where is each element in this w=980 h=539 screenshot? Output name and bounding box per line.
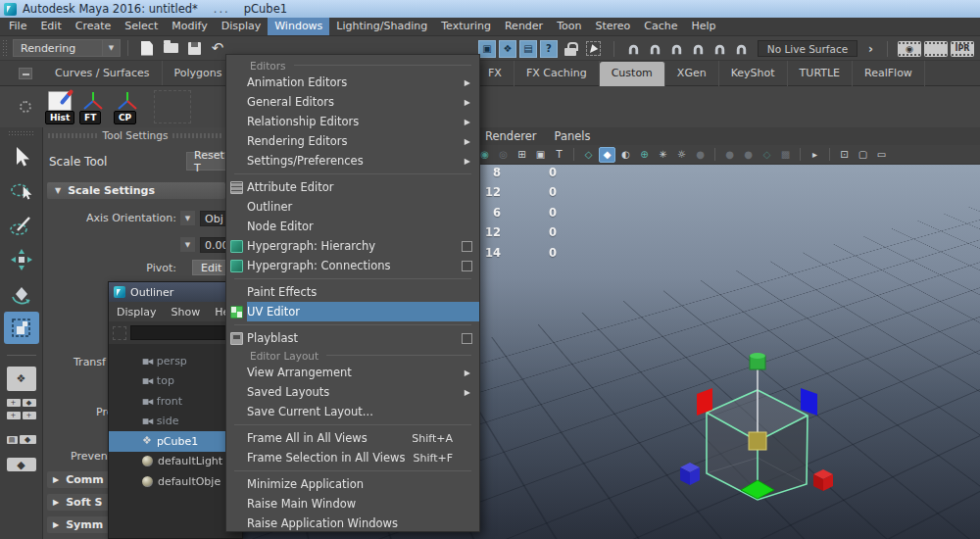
- shelf-tab-curves-surfaces[interactable]: Curves / Surfaces: [43, 61, 163, 85]
- ambient-occlusion-icon[interactable]: ●: [721, 147, 738, 163]
- menu-item-paint-effects[interactable]: Paint Effects: [226, 282, 479, 302]
- select-component-button[interactable]: ▤: [519, 40, 537, 58]
- layout-single-pane-button[interactable]: ❖: [7, 367, 36, 391]
- drag-handle-icon[interactable]: [8, 130, 35, 135]
- menu-select[interactable]: Select: [118, 18, 165, 35]
- menu-render[interactable]: Render: [498, 18, 550, 35]
- menu-item-settings-preferences[interactable]: Settings/Preferences▶: [226, 151, 479, 171]
- menu-item-outliner[interactable]: Outliner: [226, 197, 479, 217]
- select-hierarchy-button[interactable]: ▣: [478, 40, 496, 58]
- menu-item-view-arrangement[interactable]: View Arrangement▶: [226, 363, 479, 382]
- menu-item-hypergraph-connections[interactable]: Hypergraph: Connections: [226, 256, 479, 275]
- menu-help[interactable]: Help: [685, 18, 723, 35]
- snap-to-view-plane-icon[interactable]: [712, 41, 727, 56]
- snap-to-projected-center-icon[interactable]: [691, 41, 706, 56]
- shelf-button-cp[interactable]: CP: [114, 89, 145, 124]
- menu-item-node-editor[interactable]: Node Editor: [226, 217, 479, 236]
- shelf-tab-polygons[interactable]: Polygons: [163, 61, 235, 85]
- pane-layout-icon[interactable]: ⊞: [514, 147, 530, 163]
- use-default-material-icon[interactable]: ⊕: [636, 147, 653, 163]
- menu-set-arrow-icon[interactable]: ▼: [103, 39, 121, 57]
- layout-wide-button[interactable]: ◆: [7, 458, 36, 471]
- select-tool[interactable]: [4, 140, 39, 172]
- outliner-item-top[interactable]: ■◀top: [109, 371, 242, 392]
- hud-toggle-icon[interactable]: T: [551, 147, 567, 163]
- menu-item-frame-all-in-all-views[interactable]: Frame All in All ViewsShift+A: [226, 428, 479, 448]
- lasso-tool[interactable]: [4, 174, 39, 207]
- outliner-title-bar[interactable]: Outliner: [109, 282, 242, 302]
- panel-menu-panels[interactable]: Panels: [555, 129, 591, 143]
- option-box[interactable]: [462, 261, 472, 271]
- shelf-button-hist[interactable]: Hist: [45, 89, 76, 124]
- select-object-button[interactable]: ❖: [499, 40, 516, 58]
- tool-settings-title[interactable]: Tool Settings: [43, 127, 227, 143]
- outliner-item-defaultobjectset[interactable]: defaultObje: [109, 471, 242, 492]
- drag-handle-icon[interactable]: [2, 39, 9, 57]
- scale-tool[interactable]: [4, 312, 39, 344]
- option-box[interactable]: [462, 241, 472, 252]
- shelf-gear-icon[interactable]: [20, 101, 31, 113]
- motion-blur-icon[interactable]: ●: [740, 147, 757, 163]
- menu-item-attribute-editor[interactable]: Attribute Editor: [226, 177, 479, 197]
- edit-pivot-button[interactable]: Edit: [192, 260, 228, 275]
- outliner-item-side[interactable]: ■◀side: [109, 412, 242, 432]
- shadows-icon[interactable]: ●: [692, 147, 709, 163]
- menu-item-relationship-editors[interactable]: Relationship Editors▶: [226, 112, 479, 131]
- textured-mode-icon[interactable]: ◐: [617, 147, 634, 163]
- shelf-tab-realflow[interactable]: RealFlow: [853, 61, 925, 86]
- menu-item-frame-selection-in-all-views[interactable]: Frame Selection in All ViewsShift+F: [226, 448, 479, 467]
- scale-settings-section[interactable]: ▼ Scale Settings: [47, 182, 225, 199]
- menu-lighting-shading[interactable]: Lighting/Shading: [329, 18, 434, 35]
- render-view-button[interactable]: ◉: [898, 41, 921, 57]
- manipulator-center-handle[interactable]: [749, 432, 766, 450]
- paint-select-tool[interactable]: [4, 209, 39, 241]
- layout-four-pane-button[interactable]: +◆++: [7, 397, 36, 421]
- film-gate-icon[interactable]: ▣: [532, 147, 549, 163]
- menu-set-selector[interactable]: Rendering: [13, 39, 103, 57]
- shelf-tab-custom[interactable]: Custom: [600, 62, 665, 86]
- render-current-frame-button[interactable]: [924, 41, 948, 57]
- viewport-select-icon[interactable]: ▸: [807, 147, 823, 163]
- tear-off-panel-icon[interactable]: ⊡: [836, 147, 853, 163]
- all-lights-icon[interactable]: ☼: [673, 147, 690, 163]
- option-box[interactable]: [462, 333, 472, 344]
- menu-create[interactable]: Create: [69, 18, 119, 35]
- menu-item-minimize-application[interactable]: Minimize Application: [226, 474, 479, 494]
- menu-item-save-current-layout[interactable]: Save Current Layout...: [226, 402, 479, 421]
- copy-panel-icon[interactable]: ▢: [855, 147, 871, 163]
- texture-placement-icon[interactable]: ▩: [777, 147, 794, 163]
- default-lighting-icon[interactable]: ✳: [655, 147, 671, 163]
- outliner-item-defaultlight[interactable]: defaultLight: [109, 452, 242, 472]
- snap-to-grid-icon[interactable]: [626, 41, 641, 56]
- image-plane-icon[interactable]: ▭: [873, 147, 890, 163]
- menu-modify[interactable]: Modify: [165, 18, 214, 35]
- menu-item-uv-editor[interactable]: UV Editor: [226, 302, 479, 321]
- outliner-menu-show[interactable]: Show: [172, 306, 201, 318]
- new-scene-button[interactable]: [137, 38, 157, 58]
- manipulator-z-plane-handle[interactable]: [801, 388, 817, 416]
- menu-item-hypergraph-hierarchy[interactable]: Hypergraph: Hierarchy: [226, 236, 479, 256]
- menu-item-raise-application-windows[interactable]: Raise Application Windows: [226, 514, 479, 532]
- menu-texturing[interactable]: Texturing: [434, 18, 498, 35]
- smooth-shade-mode-icon[interactable]: ◆: [599, 147, 615, 163]
- menu-cache[interactable]: Cache: [637, 18, 684, 35]
- menu-edit[interactable]: Edit: [33, 18, 68, 35]
- menu-file[interactable]: File: [2, 18, 33, 35]
- manipulator-x-cube-handle[interactable]: [813, 469, 833, 491]
- menu-item-animation-editors[interactable]: Animation Editors▶: [226, 73, 479, 92]
- live-surface-field[interactable]: No Live Surface: [758, 40, 858, 57]
- menu-item-saved-layouts[interactable]: Saved Layouts▶: [226, 382, 479, 402]
- snap-to-point-icon[interactable]: [669, 41, 684, 56]
- shelf-tab-keyshot[interactable]: KeyShot: [719, 61, 788, 86]
- wireframe-mode-icon[interactable]: ◇: [580, 147, 597, 163]
- manipulator-z-cube-handle[interactable]: [680, 463, 700, 485]
- save-scene-button[interactable]: [184, 38, 204, 58]
- snap-dropdown-icon[interactable]: ▼: [180, 237, 195, 252]
- shelf-tab-turtle[interactable]: TURTLE: [788, 61, 853, 86]
- panel-menu-renderer[interactable]: Renderer: [485, 129, 537, 143]
- layout-outliner-persp-button[interactable]: ▤◆: [7, 427, 36, 452]
- ipr-render-button[interactable]: IPR: [951, 41, 974, 57]
- axis-orientation-value[interactable]: Obj: [200, 211, 228, 226]
- reset-tool-button[interactable]: Reset T: [186, 152, 228, 171]
- outliner-menu-display[interactable]: Display: [117, 306, 157, 318]
